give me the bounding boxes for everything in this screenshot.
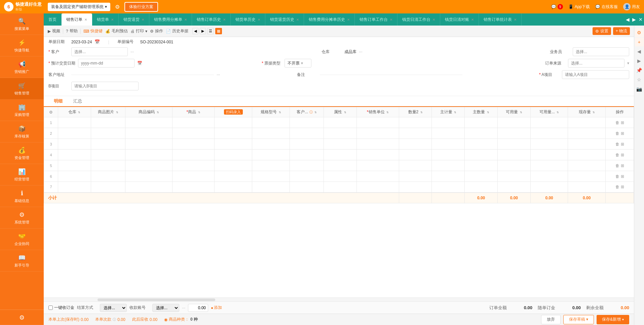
payment-method-select[interactable]: 选择... (100, 304, 127, 312)
delete-row-icon[interactable]: 🗑 (615, 142, 619, 147)
order-source-input[interactable] (568, 59, 624, 68)
sidebar-item-system[interactable]: ⚙ 系统管理 (0, 207, 44, 229)
sidebar-item-guide[interactable]: 📖 新手引导 (0, 250, 44, 272)
user-item[interactable]: 👤 用友 (623, 3, 640, 10)
delivery-input[interactable] (78, 59, 135, 68)
save-new-btn[interactable]: 保存&新增 ▾ (597, 315, 629, 324)
tab-close-icon[interactable]: ✕ (84, 18, 87, 22)
toolbar-history[interactable]: 📄 历史单据 (166, 28, 188, 34)
delete-row-icon[interactable]: 🗑 (615, 163, 619, 168)
tab-close-icon[interactable]: ✕ (258, 18, 260, 22)
sidebar-item-inventory[interactable]: 📦 库存核算 (0, 121, 44, 143)
add-material-btn[interactable]: + 物流 (613, 27, 630, 35)
sort-icon[interactable]: ⇅ (78, 111, 80, 114)
sort-icon[interactable]: ⇅ (593, 111, 595, 114)
sidebar-item-finance[interactable]: 💰 资金管理 (0, 143, 44, 164)
copy-row-icon[interactable]: ⊞ (621, 163, 624, 168)
toolbar-profit[interactable]: 💰 毛利预估 (105, 28, 128, 34)
toolbar-help[interactable]: ? 帮助 (66, 28, 78, 34)
account-select[interactable]: 选择... (152, 304, 179, 312)
sidebar-item-shortcut[interactable]: ⚡ 快捷导航 (0, 35, 44, 56)
app-download-item[interactable]: 📱 App下载 (568, 4, 590, 10)
sort-icon[interactable]: ⇅ (454, 111, 456, 114)
grid-view-btn[interactable]: ▦ (215, 28, 222, 34)
delivery-cal-icon[interactable]: 📅 (137, 61, 142, 66)
sidebar-item-search[interactable]: 🔍 搜索菜单 (0, 13, 44, 35)
right-panel-expand[interactable]: ▶ (635, 56, 644, 65)
tab-close-icon[interactable]: ✕ (347, 18, 350, 22)
tab-sales-stats[interactable]: 销售订单统计表 ✕ (479, 13, 522, 26)
sort-icon[interactable]: ⇅ (116, 111, 118, 114)
tab-close-icon[interactable]: ✕ (390, 18, 392, 22)
sort-icon[interactable]: ⇅ (279, 111, 281, 114)
delete-row-icon[interactable]: 🗑 (615, 131, 619, 136)
gear-icon[interactable]: ⚙ (49, 110, 53, 115)
copy-row-icon[interactable]: ⊞ (621, 142, 624, 147)
tab-close-icon[interactable]: ✕ (432, 18, 435, 22)
th-gear[interactable]: ⚙ (44, 107, 58, 117)
circle-icon[interactable]: ◉ (164, 317, 167, 322)
warehouse-dots[interactable]: ··· (359, 49, 363, 54)
amount-input[interactable]: 0.00 (188, 304, 208, 312)
tab-prev-btn[interactable]: ◀ (624, 17, 631, 22)
tab-sales-bill[interactable]: 销货单 ✕ (92, 13, 119, 26)
tab-close-all-btn[interactable]: ✕ (637, 17, 644, 22)
tab-sales-fee-history[interactable]: 销售费用分摊单历史 ✕ (304, 13, 355, 26)
draft-arrow[interactable]: ▾ (586, 317, 588, 322)
tab-sales-bill-history[interactable]: 销货单历史 ✕ (231, 13, 265, 26)
sort-icon[interactable]: ⇅ (487, 111, 489, 114)
help-icon2[interactable]: ⓘ (113, 317, 116, 322)
tab-daily-clear-reconcile[interactable]: 钱货日清对账 ✕ (440, 13, 479, 26)
tab-close-icon[interactable]: ✕ (111, 18, 114, 22)
copy-row-icon[interactable]: ⊞ (621, 153, 624, 157)
toolbar-operate[interactable]: ⚙ 操作 (150, 28, 163, 34)
staff-input[interactable] (573, 47, 629, 56)
sidebar-item-marketing[interactable]: 📢 营销推广 (0, 56, 44, 78)
scroll-bar[interactable] (44, 297, 634, 301)
sort-icon[interactable]: ⇅ (198, 111, 200, 114)
delete-row-icon[interactable]: 🗑 (615, 185, 619, 189)
a-project-input[interactable] (562, 70, 629, 79)
tab-close-icon[interactable]: ✕ (471, 18, 474, 22)
tab-home[interactable]: 首页 (44, 13, 62, 26)
sort-icon[interactable]: ⇅ (386, 111, 389, 114)
online-service-item[interactable]: 💬 在线客服 (595, 4, 618, 10)
tab-sales-fee[interactable]: 销售费用分摊单 ✕ (149, 13, 192, 26)
help-circle-icon[interactable]: ⓘ (309, 110, 313, 114)
tab-sales-order-history[interactable]: 销售订单历史 ✕ (192, 13, 231, 26)
sort-icon[interactable]: ⇅ (314, 111, 317, 114)
prev-record-btn[interactable]: ◀ (192, 28, 198, 34)
right-panel-collapse[interactable]: ◀ (635, 47, 644, 56)
copy-row-icon[interactable]: ⊞ (621, 174, 624, 179)
discard-btn[interactable]: 放弃 (541, 315, 561, 324)
delete-row-icon[interactable]: 🗑 (615, 153, 619, 157)
sidebar-item-enterprise[interactable]: 🤝 企业协同 (0, 229, 44, 250)
tab-next-btn[interactable]: ▶ (631, 17, 637, 22)
one-click-label[interactable]: 一键收订金 (48, 305, 74, 311)
notification-item[interactable]: 💬 9 (551, 4, 563, 9)
tab-sales-order[interactable]: 销售订单 ✕ (62, 13, 92, 26)
system-selector[interactable]: 装备及固定资产辅助管理系统 ▾ (48, 3, 110, 11)
tab-summary[interactable]: 汇总 (68, 96, 87, 106)
addr-dots[interactable]: ··· (217, 72, 220, 77)
tab-close-icon[interactable]: ✕ (184, 18, 187, 22)
right-panel-star[interactable]: ☆ (635, 75, 644, 84)
delete-row-icon[interactable]: 🗑 (615, 174, 619, 179)
right-panel-pin[interactable]: 📌 (635, 66, 644, 75)
tab-close-icon[interactable]: ✕ (223, 18, 226, 22)
sidebar-item-purchase[interactable]: 🏢 采购管理 (0, 99, 44, 121)
sort-icon[interactable]: ⇅ (344, 111, 346, 114)
copy-row-icon[interactable]: ⊞ (621, 131, 624, 136)
customer-input[interactable] (71, 47, 128, 56)
delete-row-icon[interactable]: 🗑 (615, 120, 619, 125)
sort-icon[interactable]: ⇅ (520, 111, 522, 114)
toolbar-shortcut[interactable]: ⌨ 快捷键 (83, 28, 103, 34)
list-view-btn[interactable]: ☰ (207, 28, 214, 34)
next-record-btn[interactable]: ▶ (200, 28, 206, 34)
settings-btn[interactable]: ⚙ 设置 (593, 27, 611, 35)
sidebar-item-basic[interactable]: ℹ 基础信息 (0, 186, 44, 207)
topbar-settings-icon[interactable]: ⚙ (115, 4, 120, 10)
sidebar-item-bottom-settings[interactable]: ⚙ (0, 310, 44, 325)
right-panel-scan[interactable]: 📷 (635, 85, 644, 93)
tab-close-icon[interactable]: ✕ (296, 18, 299, 22)
